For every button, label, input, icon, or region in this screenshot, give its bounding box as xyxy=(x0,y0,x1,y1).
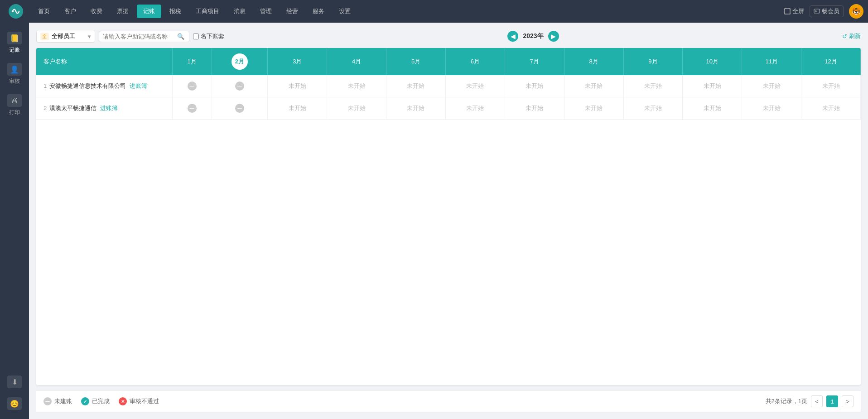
table-row: 1安徽畅捷通信息技术有限公司进账簿未开始未开始未开始未开始未开始未开始未开始未开… xyxy=(36,75,861,97)
status-not-started: 未开始 xyxy=(585,82,603,89)
year-display: 2023年 xyxy=(523,32,543,40)
cell-m4: 未开始 xyxy=(327,97,386,120)
refresh-button[interactable]: ↺ 刷新 xyxy=(842,32,861,40)
status-not-started: 未开始 xyxy=(526,105,543,111)
my-ledger-checkbox[interactable] xyxy=(193,34,199,39)
fullscreen-button[interactable]: 全屏 xyxy=(784,7,804,15)
cell-m11: 未开始 xyxy=(742,97,801,120)
cell-m7: 未开始 xyxy=(505,75,564,97)
fullscreen-label: 全屏 xyxy=(792,7,804,15)
col-header-m3: 3月 xyxy=(268,48,327,75)
cell-m11: 未开始 xyxy=(742,75,801,97)
status-dot-icon xyxy=(188,104,197,113)
legend-label-not-started: 未建账 xyxy=(54,397,72,405)
svg-rect-2 xyxy=(785,9,790,14)
employee-tag: 全 xyxy=(40,33,49,40)
col-header-m9: 9月 xyxy=(623,48,683,75)
status-not-started: 未开始 xyxy=(466,105,484,111)
year-prev-button[interactable]: ◀ xyxy=(507,31,518,42)
page-next-button[interactable]: > xyxy=(842,395,854,407)
ledger-icon: 📒 xyxy=(7,32,22,44)
legend-dot-red: ✕ xyxy=(119,397,127,405)
my-ledger-label: 名下账套 xyxy=(201,32,224,40)
svg-rect-3 xyxy=(814,9,820,13)
search-icon[interactable]: 🔍 xyxy=(177,33,184,40)
cell-m10: 未开始 xyxy=(683,97,742,120)
year-next-button[interactable]: ▶ xyxy=(548,31,559,42)
nav-tax[interactable]: 报税 xyxy=(163,5,188,18)
nav-home[interactable]: 首页 xyxy=(32,5,56,18)
nav-operation[interactable]: 经营 xyxy=(280,5,304,18)
row-index: 1 xyxy=(43,82,47,89)
cell-m8: 未开始 xyxy=(564,75,623,97)
employee-select[interactable]: 全 全部员工 ▾ xyxy=(36,30,95,43)
col-header-name: 客户名称 xyxy=(36,48,172,75)
profile-icon: 😊 xyxy=(7,397,22,410)
nav-business[interactable]: 工商项目 xyxy=(189,5,226,18)
nav-message[interactable]: 消息 xyxy=(227,5,252,18)
cell-m1 xyxy=(172,97,212,120)
sidebar-item-print[interactable]: 🖨 打印 xyxy=(0,90,29,121)
status-not-started: 未开始 xyxy=(348,82,366,89)
cell-m10: 未开始 xyxy=(683,75,742,97)
cell-m6: 未开始 xyxy=(445,97,505,120)
status-not-started: 未开始 xyxy=(407,105,424,111)
cell-m2 xyxy=(212,75,268,97)
main-table-container: 客户名称 1月 2月 3月 4月 5月 6月 7月 8月 9月 10月 11月 xyxy=(36,48,861,385)
status-dot-icon xyxy=(188,82,197,91)
toolbar: 全 全部员工 ▾ 🔍 名下账套 ◀ 2023年 ▶ ↺ 刷新 xyxy=(36,30,861,43)
main-content: 全 全部员工 ▾ 🔍 名下账套 ◀ 2023年 ▶ ↺ 刷新 xyxy=(29,23,868,419)
status-not-started: 未开始 xyxy=(704,82,721,89)
refresh-label: 刷新 xyxy=(849,32,861,40)
cell-m1 xyxy=(172,75,212,97)
status-not-started: 未开始 xyxy=(289,82,306,89)
status-not-started: 未开始 xyxy=(704,105,721,111)
status-dot-icon xyxy=(235,82,244,91)
status-not-started: 未开始 xyxy=(585,105,603,111)
sidebar: 📒 记账 👤 审核 🖨 打印 ⬇ 😊 xyxy=(0,23,29,419)
status-dot-icon xyxy=(235,104,244,113)
nav-settings[interactable]: 设置 xyxy=(333,5,357,18)
col-header-m11: 11月 xyxy=(742,48,801,75)
my-ledger-checkbox-label[interactable]: 名下账套 xyxy=(193,32,224,40)
cell-m12: 未开始 xyxy=(801,97,861,120)
enter-ledger-link[interactable]: 进账簿 xyxy=(130,82,147,89)
table-row: 2漠澳太平畅捷通信进账簿未开始未开始未开始未开始未开始未开始未开始未开始未开始未… xyxy=(36,97,861,120)
member-button[interactable]: 畅会员 xyxy=(810,5,844,17)
nav-service[interactable]: 服务 xyxy=(306,5,331,18)
legend-dot-gray: — xyxy=(43,397,52,405)
status-not-started: 未开始 xyxy=(644,82,662,89)
sidebar-item-ledger[interactable]: 📒 记账 xyxy=(0,27,29,58)
search-input[interactable] xyxy=(103,33,175,40)
sidebar-item-print-label: 打印 xyxy=(9,109,20,116)
refresh-icon: ↺ xyxy=(842,33,847,40)
cell-m4: 未开始 xyxy=(327,75,386,97)
sidebar-item-audit[interactable]: 👤 审核 xyxy=(0,58,29,90)
audit-icon: 👤 xyxy=(7,63,22,76)
col-header-m5: 5月 xyxy=(386,48,446,75)
cell-m9: 未开始 xyxy=(623,75,683,97)
nav-billing[interactable]: 收费 xyxy=(84,5,109,18)
nav-invoice[interactable]: 票据 xyxy=(111,5,135,18)
legend-completed: ✓ 已完成 xyxy=(81,397,110,405)
page-current-button[interactable]: 1 xyxy=(826,395,838,407)
enter-ledger-link[interactable]: 进账簿 xyxy=(100,105,118,111)
legend-dot-teal: ✓ xyxy=(81,397,89,405)
sidebar-profile[interactable]: 😊 xyxy=(5,393,24,414)
sidebar-download[interactable]: ⬇ xyxy=(5,371,24,393)
nav-ledger[interactable]: 记账 xyxy=(137,5,161,18)
main-layout: 📒 记账 👤 审核 🖨 打印 ⬇ 😊 全 全部员工 ▾ xyxy=(0,23,868,419)
total-records: 共2条记录，1页 xyxy=(766,397,807,405)
status-not-started: 未开始 xyxy=(644,105,662,111)
nav-items: 首页 客户 收费 票据 记账 报税 工商项目 消息 管理 经营 服务 设置 xyxy=(32,5,784,18)
page-prev-button[interactable]: < xyxy=(811,395,823,407)
col-header-m8: 8月 xyxy=(564,48,623,75)
status-not-started: 未开始 xyxy=(526,82,543,89)
table-header-row: 客户名称 1月 2月 3月 4月 5月 6月 7月 8月 9月 10月 11月 xyxy=(36,48,861,75)
employee-label: 全部员工 xyxy=(52,32,75,40)
avatar[interactable]: 🐯 xyxy=(849,4,863,19)
legend-label-completed: 已完成 xyxy=(92,397,110,405)
year-nav: ◀ 2023年 ▶ xyxy=(507,31,559,42)
nav-management[interactable]: 管理 xyxy=(254,5,278,18)
nav-customer[interactable]: 客户 xyxy=(58,5,82,18)
